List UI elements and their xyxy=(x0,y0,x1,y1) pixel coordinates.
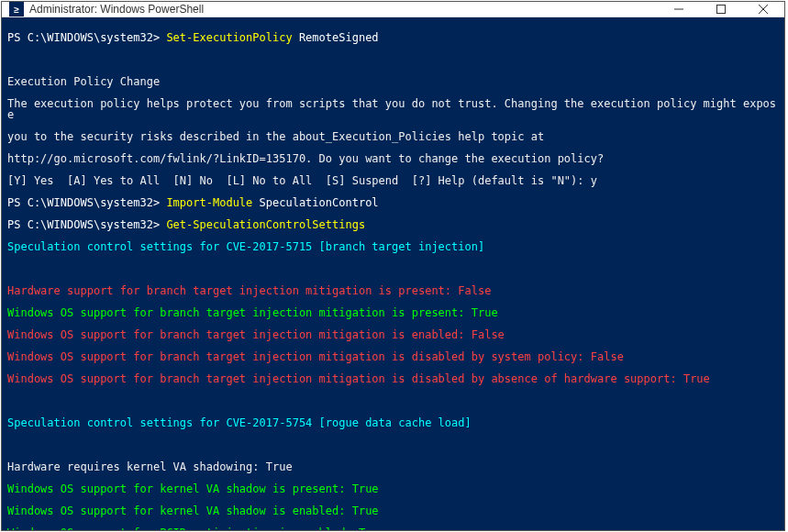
status-line: Windows OS support for kernel VA shadow … xyxy=(7,483,779,494)
command: Import-Module xyxy=(166,196,252,209)
output-text: [Y] Yes [A] Yes to All [N] No [L] No to … xyxy=(7,175,779,186)
output-text: The execution policy helps protect you f… xyxy=(7,98,779,120)
status-line: Windows OS support for branch target inj… xyxy=(7,351,779,362)
svg-rect-0 xyxy=(717,6,726,14)
status-line: Windows OS support for branch target inj… xyxy=(7,329,779,340)
minimize-icon xyxy=(674,5,683,14)
minimize-button[interactable] xyxy=(658,2,700,17)
command: Get-SpeculationControlSettings xyxy=(166,218,365,231)
prompt: PS C:\WINDOWS\system32> xyxy=(7,196,166,209)
status-line: Windows OS support for branch target inj… xyxy=(7,373,779,384)
command: Set-ExecutionPolicy xyxy=(166,31,292,44)
output-text: you to the security risks described in t… xyxy=(7,131,779,142)
section-header: Speculation control settings for CVE-201… xyxy=(7,417,779,428)
terminal-output[interactable]: PS C:\WINDOWS\system32> Set-ExecutionPol… xyxy=(2,17,784,530)
status-line: Hardware support for branch target injec… xyxy=(7,285,779,296)
output-text: Execution Policy Change xyxy=(7,76,779,87)
prompt: PS C:\WINDOWS\system32> xyxy=(7,218,166,231)
titlebar[interactable]: ≥ Administrator: Windows PowerShell xyxy=(2,2,784,17)
maximize-button[interactable] xyxy=(700,2,742,17)
status-line: Windows OS support for kernel VA shadow … xyxy=(7,505,779,516)
window-title: Administrator: Windows PowerShell xyxy=(29,3,204,16)
status-line: Hardware requires kernel VA shadowing: T… xyxy=(7,461,779,472)
powershell-window: ≥ Administrator: Windows PowerShell PS C… xyxy=(1,1,785,531)
command-arg: RemoteSigned xyxy=(293,31,379,44)
output-text: http://go.microsoft.com/fwlink/?LinkID=1… xyxy=(7,153,779,164)
close-button[interactable] xyxy=(742,2,784,17)
status-line: Windows OS support for PCID optimization… xyxy=(7,527,779,530)
status-line: Windows OS support for branch target inj… xyxy=(7,307,779,318)
command-arg: SpeculationControl xyxy=(252,196,378,209)
close-icon xyxy=(759,5,768,14)
maximize-icon xyxy=(716,5,726,14)
prompt: PS C:\WINDOWS\system32> xyxy=(7,31,166,44)
powershell-icon: ≥ xyxy=(9,2,24,17)
section-header: Speculation control settings for CVE-201… xyxy=(7,241,779,252)
window-controls xyxy=(658,2,784,17)
